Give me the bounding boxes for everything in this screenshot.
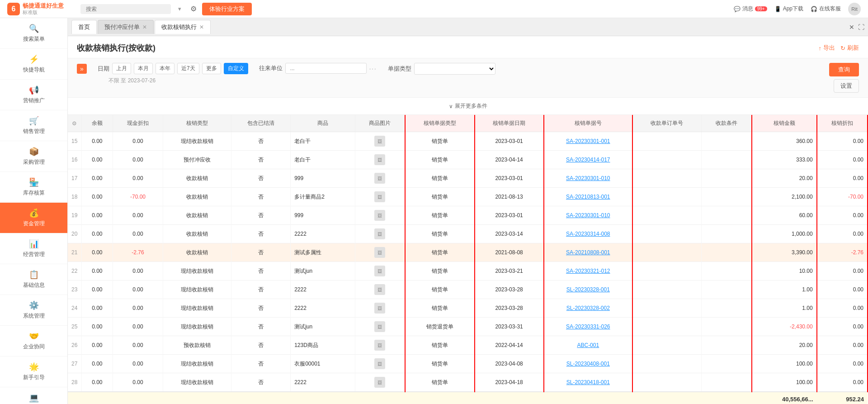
product-cell: 2222	[291, 225, 355, 243]
tab-prepay-label: 预付冲应付单	[104, 23, 140, 31]
type-cell: 预收款核销	[163, 336, 231, 355]
guide-icon: 🌟	[29, 362, 39, 372]
bill-no-cell[interactable]: SA-20210813-001	[544, 188, 632, 206]
system-icon: ⚙️	[29, 300, 39, 310]
table-row: 23 0.00 0.00 现结收款核销 否 2222 🖼 销货单 2023-03…	[68, 280, 868, 299]
discount-cell: 0.00	[817, 355, 868, 373]
type-cell: 收款核销	[163, 225, 231, 243]
sidebar-item-hardware[interactable]: 💻 智能硬件	[0, 387, 67, 404]
expand-conditions-btn[interactable]: ∨ 展开更多条件	[449, 100, 487, 112]
cash-discount-cell: 0.00	[113, 151, 163, 169]
date-btn-this-month[interactable]: 本月	[134, 63, 153, 74]
sidebar-item-inventory[interactable]: 🏪 库存核算	[0, 172, 67, 203]
sidebar-label-search: 搜索菜单	[23, 35, 45, 43]
sidebar-item-collab[interactable]: 🤝 企业协同	[0, 326, 67, 356]
app-download-btn[interactable]: 📱 App下载	[774, 5, 803, 13]
sidebar-item-purchase[interactable]: 📦 采购管理	[0, 141, 67, 172]
sidebar-item-system[interactable]: ⚙️ 系统管理	[0, 295, 67, 326]
date-btn-last-month[interactable]: 上月	[112, 63, 131, 74]
bill-no-cell[interactable]: SA-20230301-010	[544, 169, 632, 188]
bill-date-cell: 2023-04-08	[475, 355, 544, 373]
filter-actions: 查询 设置	[829, 63, 859, 93]
bill-type-cell: 销货单	[405, 336, 474, 355]
sidebar-item-sales[interactable]: 🛒 销售管理	[0, 110, 67, 141]
sidebar-item-nav[interactable]: ⚡ 快捷导航	[0, 49, 67, 80]
logo-icon: 6	[7, 3, 20, 15]
settings-btn[interactable]: 设置	[834, 79, 859, 93]
product-cell: 多计量商品2	[291, 188, 355, 206]
bill-date-cell: 2023-04-14	[475, 151, 544, 169]
bill-no-cell[interactable]: ABC-001	[544, 336, 632, 355]
col-product-image-header: 商品图片	[355, 115, 405, 132]
date-btn-more[interactable]: 更多	[202, 63, 221, 74]
table-row: 16 0.00 0.00 预付冲应收 否 老白干 🖼 销货单 2023-04-1…	[68, 151, 868, 169]
tab-prepay[interactable]: 预付冲应付单 ✕	[98, 20, 154, 34]
tab-receipts[interactable]: 收款核销执行 ✕	[155, 20, 211, 34]
product-cell: 老白干	[291, 151, 355, 169]
query-btn[interactable]: 查询	[829, 63, 859, 76]
dropdown-arrow-icon[interactable]: ▾	[178, 5, 181, 12]
sidebar: 🔍 搜索菜单 ⚡ 快捷导航 📢 营销推广 🛒 销售管理 📦 采购管理 🏪 库存核…	[0, 18, 68, 404]
message-btn[interactable]: 💬 消息 99+	[734, 5, 767, 13]
online-service-btn[interactable]: 🎧 在线客服	[811, 5, 841, 13]
settled-cell: 否	[231, 336, 291, 355]
date-btn-custom[interactable]: 自定义	[224, 63, 248, 74]
basic-icon: 📋	[29, 270, 39, 280]
bill-no-cell[interactable]: SA-20230414-017	[544, 151, 632, 169]
settled-cell: 否	[231, 188, 291, 206]
sidebar-label-guide: 新手引导	[23, 374, 45, 381]
date-btn-7days[interactable]: 近7天	[177, 63, 199, 74]
sidebar-item-finance[interactable]: 💰 资金管理	[0, 203, 67, 233]
type-cell: 现结收款核销	[163, 262, 231, 280]
bill-no-cell[interactable]: SL-20230418-001	[544, 373, 632, 392]
col-settings-header[interactable]: ⚙	[68, 115, 81, 132]
sidebar-item-marketing[interactable]: 📢 营销推广	[0, 80, 67, 110]
payment-terms-cell	[701, 132, 751, 151]
tab-fullscreen-btn[interactable]: ⛶	[858, 24, 864, 31]
filter-expand-arrow[interactable]: »	[77, 64, 87, 74]
bill-no-cell[interactable]: SA-20230301-010	[544, 206, 632, 225]
bill-type-cell: 销货单	[405, 262, 474, 280]
refresh-btn[interactable]: ↻ 刷新	[840, 44, 859, 52]
bill-date-cell: 2021-08-08	[475, 243, 544, 262]
bill-no-cell[interactable]: SL-20230328-001	[544, 280, 632, 299]
page-actions: ↑ 导出 ↻ 刷新	[819, 44, 859, 52]
table-header-row: ⚙ 余额 现金折扣 核销类型 包含已结清 商品 商品图片 核销单据类型 核销单据…	[68, 115, 868, 132]
table-row: 22 0.00 0.00 现结收款核销 否 测试jun 🖼 销货单 2023-0…	[68, 262, 868, 280]
date-btn-this-year[interactable]: 本年	[156, 63, 175, 74]
bill-no-cell[interactable]: SA-20210808-001	[544, 243, 632, 262]
tab-bar: 首页 预付冲应付单 ✕ 收款核销执行 ✕ ✕ ⛶	[68, 18, 868, 36]
sidebar-item-guide[interactable]: 🌟 新手引导	[0, 356, 67, 387]
order-no-cell	[632, 299, 701, 318]
counterparty-input[interactable]	[285, 63, 367, 74]
industry-btn[interactable]: 体验行业方案	[202, 3, 252, 15]
sidebar-label-inventory: 库存核算	[23, 189, 45, 197]
sidebar-item-operations[interactable]: 📊 经营管理	[0, 233, 67, 264]
bill-no-cell[interactable]: SL-20230408-001	[544, 355, 632, 373]
product-image-cell: 🖼	[355, 355, 405, 373]
tab-close-all-btn[interactable]: ✕	[849, 24, 854, 31]
tab-receipts-close[interactable]: ✕	[199, 24, 204, 30]
bill-no-cell[interactable]: SL-20230328-002	[544, 299, 632, 318]
bill-type-cell: 销货单	[405, 280, 474, 299]
bill-no-cell[interactable]: SA-20230314-008	[544, 225, 632, 243]
product-image-cell: 🖼	[355, 336, 405, 355]
sidebar-item-search[interactable]: 🔍 搜索菜单	[0, 18, 67, 49]
cash-discount-cell: 0.00	[113, 318, 163, 336]
cash-discount-cell: 0.00	[113, 169, 163, 188]
bill-type-select[interactable]	[414, 63, 495, 75]
search-icon: 🔍	[29, 24, 39, 33]
type-cell: 预付冲应收	[163, 151, 231, 169]
tab-home[interactable]: 首页	[71, 20, 97, 34]
tab-prepay-close[interactable]: ✕	[142, 24, 147, 30]
top-search-input[interactable]	[80, 4, 171, 14]
bill-no-cell[interactable]: SA-20230321-012	[544, 262, 632, 280]
bill-no-cell[interactable]: SA-20230331-026	[544, 318, 632, 336]
order-no-cell	[632, 243, 701, 262]
sidebar-item-basic[interactable]: 📋 基础信息	[0, 264, 67, 295]
expand-conditions-row: ∨ 展开更多条件	[68, 98, 868, 115]
bill-no-cell[interactable]: SA-20230301-001	[544, 132, 632, 151]
gear-icon[interactable]: ⚙	[190, 5, 197, 13]
user-avatar[interactable]: Rit	[848, 3, 861, 15]
export-btn[interactable]: ↑ 导出	[819, 44, 835, 52]
